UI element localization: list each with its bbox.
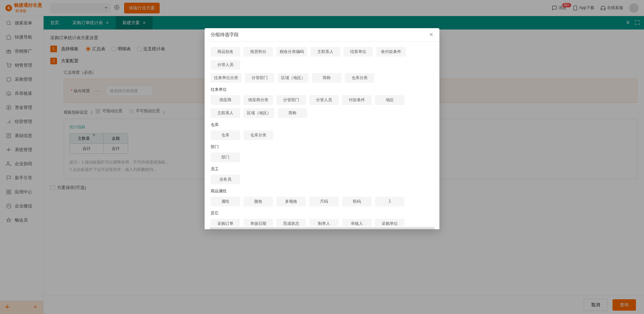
field-chip[interactable]: 分管部门 — [245, 73, 274, 83]
field-chip[interactable]: 多规格 — [276, 197, 306, 206]
field-chip[interactable]: 完成状态 — [276, 219, 306, 226]
field-chip[interactable]: 尺码 — [309, 197, 339, 206]
field-chip[interactable]: 区域（地区） — [278, 73, 309, 83]
field-group-title: 员工 — [211, 166, 433, 172]
field-chip[interactable]: 付款条件 — [342, 95, 372, 105]
field-chip[interactable]: 主联系人 — [211, 108, 240, 118]
field-chip[interactable]: 供应商分类 — [244, 95, 273, 105]
field-chip[interactable]: 分管人员 — [211, 60, 240, 70]
field-chip[interactable]: 往来单位分类 — [211, 73, 241, 83]
field-chip[interactable]: 结算单位 — [343, 47, 373, 57]
modal-horizontal-scrollbar[interactable] — [205, 226, 439, 229]
field-chip[interactable]: 税收分类编码 — [276, 47, 307, 57]
field-chip[interactable]: 颜色 — [244, 197, 273, 206]
field-chip[interactable]: 审核人 — [342, 219, 372, 226]
field-chip[interactable]: 仓库分类 — [244, 130, 273, 140]
field-group-title: 商品属性 — [211, 188, 433, 194]
modal-title: 分组待选字段 — [211, 32, 239, 38]
field-group-title: 往来单位 — [211, 87, 433, 92]
field-group-title: 其它 — [211, 210, 433, 216]
field-chip[interactable]: 商品别名 — [211, 47, 240, 57]
field-chip[interactable]: 采购订单 — [211, 219, 240, 226]
field-chip[interactable]: 收付款条件 — [376, 47, 406, 57]
field-chip[interactable]: 制单人 — [309, 219, 339, 226]
field-chip[interactable]: 区域（地区） — [244, 108, 274, 118]
field-chip[interactable]: 仓库分类 — [345, 73, 374, 83]
field-chip[interactable]: 单据日期 — [244, 219, 273, 226]
field-chip[interactable]: 地区 — [375, 95, 405, 105]
field-chip[interactable]: 主联系人 — [311, 47, 340, 57]
field-chip[interactable]: 分管部门 — [276, 95, 306, 105]
field-selector-modal: 分组待选字段 ✕ 商品别名拣货积分税收分类编码主联系人结算单位收付款条件分管人员… — [205, 28, 439, 229]
field-chip[interactable]: 属性 — [211, 197, 240, 206]
field-chip[interactable]: 部门 — [211, 152, 240, 162]
field-group-title: 仓库 — [211, 122, 433, 128]
field-chip[interactable]: 简称 — [278, 108, 307, 118]
field-chip[interactable]: 采购单位 — [375, 219, 405, 226]
modal-close-button[interactable]: ✕ — [429, 32, 433, 38]
field-chip[interactable]: 1 — [375, 197, 405, 206]
field-chip[interactable]: 鞋码 — [342, 197, 372, 206]
field-chip[interactable]: 简称 — [312, 73, 341, 83]
field-chip[interactable]: 仓库 — [211, 130, 240, 140]
field-chip[interactable]: 供应商 — [211, 95, 240, 105]
modal-backdrop[interactable]: 分组待选字段 ✕ 商品别名拣货积分税收分类编码主联系人结算单位收付款条件分管人员… — [0, 0, 644, 314]
field-group-title: 部门 — [211, 144, 433, 150]
field-chip[interactable]: 分管人员 — [309, 95, 339, 105]
field-chip[interactable]: 拣货积分 — [244, 47, 273, 57]
field-chip[interactable]: 业务员 — [211, 175, 240, 184]
modal-body: 商品别名拣货积分税收分类编码主联系人结算单位收付款条件分管人员往来单位分类分管部… — [205, 42, 439, 226]
